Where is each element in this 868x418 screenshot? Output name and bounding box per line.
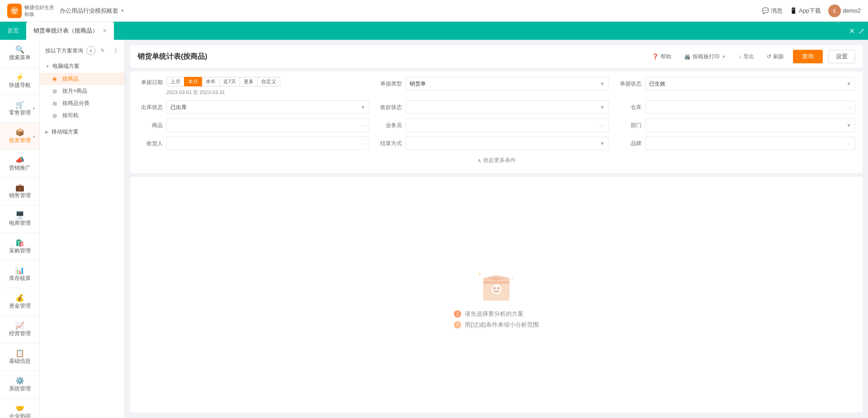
workspace-chevron-icon: ▼ xyxy=(120,8,125,13)
export-btn[interactable]: ↓ 导出 xyxy=(735,51,758,62)
date-tab-current-year[interactable]: 本年 xyxy=(202,77,220,86)
collapse-panel-btn[interactable]: 《 xyxy=(110,46,119,55)
tab-maximize-icon[interactable]: ⤢ xyxy=(859,27,864,35)
brand-cell: 品牌 ··· xyxy=(616,137,855,150)
content-area: 按以下方案查询 + ✎ 《 ▼ 电脑端方案 ◉ 按商品 ▦ xyxy=(40,40,868,418)
tab-close-icon[interactable]: ✕ xyxy=(103,28,107,34)
product-select[interactable]: ··· xyxy=(166,119,369,132)
salesperson-label: 业务员 xyxy=(377,122,402,129)
app-download-action[interactable]: 📱 App下载 xyxy=(790,7,821,15)
recipient-select[interactable]: ··· xyxy=(166,137,369,150)
tip-num-1: 1 xyxy=(454,310,461,318)
payment-chevron-icon: ▼ xyxy=(600,141,605,146)
warehouse-select[interactable]: ··· xyxy=(645,100,855,114)
doc-type-cell: 单据类型 销货单 ▼ xyxy=(377,77,616,90)
refresh-icon: ↺ xyxy=(767,53,771,60)
tip-num-2: 2 xyxy=(454,321,461,328)
brand-label: 品牌 xyxy=(616,140,642,147)
edit-scheme-btn[interactable]: ✎ xyxy=(98,46,107,55)
date-tab-current-month[interactable]: 本月 xyxy=(184,77,202,86)
sidebar-item-search[interactable]: 🔍 搜索菜单 xyxy=(0,40,39,67)
user-area[interactable]: E demo2 xyxy=(828,5,861,17)
download-icon: 📱 xyxy=(790,7,797,14)
print-btn[interactable]: 🖨️ 按模板打印 ▼ xyxy=(680,51,730,62)
tab-home[interactable]: 首页 xyxy=(0,22,26,40)
workspace-selector[interactable]: 办公用品行业模拟账套 ▼ xyxy=(60,7,125,15)
brand-select[interactable]: ··· xyxy=(645,137,855,150)
sidebar-item-sales[interactable]: 💼 销售管理 xyxy=(0,178,39,205)
logo-icon xyxy=(7,4,22,18)
doc-status-label: 单据状态 xyxy=(616,80,642,88)
receipt-status-select[interactable]: ▼ xyxy=(406,100,609,114)
svg-text:✦: ✦ xyxy=(508,271,510,275)
avatar: E xyxy=(828,5,841,17)
date-tab-last7days[interactable]: 近7天 xyxy=(219,77,240,86)
settings-button[interactable]: 设置 xyxy=(828,50,855,63)
tab-bar: 首页 销货单统计表（按商品） ✕ ✕ ⤢ xyxy=(0,22,868,40)
refresh-btn[interactable]: ↺ 刷新 xyxy=(763,51,788,62)
payment-select[interactable]: ▼ xyxy=(406,137,609,150)
filter-panel: 单据日期 上月 本月 本年 近7天 更多 自定义 2023-03-01 至 20… xyxy=(130,71,863,173)
doc-type-label: 单据类型 xyxy=(377,80,402,88)
sidebar-item-inventory[interactable]: 📊 库存核算 xyxy=(0,261,39,288)
page-actions: ❓ 帮助 🖨️ 按模板打印 ▼ ↓ 导出 ↺ 刷新 xyxy=(648,50,855,63)
sidebar-item-quicknav[interactable]: ⚡ 快捷导航 xyxy=(0,67,39,95)
date-filter-cell: 单据日期 上月 本月 本年 近7天 更多 自定义 2023-03-01 至 20… xyxy=(137,77,377,96)
logo-area: 畅捷信好生意 标版 xyxy=(7,4,54,18)
add-scheme-btn[interactable]: + xyxy=(86,46,95,55)
date-range: 2023-03-01 至 2023-03-31 xyxy=(166,89,369,96)
sidebar-item-cooperation[interactable]: 🤝 企业协同 xyxy=(0,399,39,418)
message-action[interactable]: 💬 消息 xyxy=(762,7,783,15)
top-nav-left: 畅捷信好生意 标版 办公用品行业模拟账套 ▼ xyxy=(7,4,125,18)
department-label: 部门 xyxy=(616,122,642,129)
left-panel-header: 按以下方案查询 + ✎ 《 xyxy=(40,43,124,58)
doc-status-select[interactable]: 已生效 ▼ xyxy=(645,77,855,90)
tree-child-by-month-product[interactable]: ▦ 按月+商品 xyxy=(40,85,124,97)
message-icon: 💬 xyxy=(762,7,769,14)
doc-type-select[interactable]: 销货单 ▼ xyxy=(406,77,609,90)
query-button[interactable]: 查询 xyxy=(793,50,823,63)
date-tab-custom[interactable]: 自定义 xyxy=(257,77,280,86)
sidebar-item-finance[interactable]: 💰 资金管理 xyxy=(0,288,39,316)
sidebar-item-marketing[interactable]: 📣 营销推广 xyxy=(0,150,39,178)
sidebar-item-ecommerce[interactable]: 🖥️ 电商管理 xyxy=(0,205,39,233)
date-tab-more[interactable]: 更多 xyxy=(240,77,258,86)
tree-node-desktop[interactable]: ▼ 电脑端方案 xyxy=(40,60,124,73)
salesperson-dots-icon: ··· xyxy=(599,122,605,129)
doc-status-cell: 单据状态 已生效 ▼ xyxy=(616,77,855,90)
collapse-row[interactable]: ∧ 收起更多条件 xyxy=(137,153,855,168)
department-select[interactable]: ▼ xyxy=(645,119,855,132)
print-chevron-icon: ▼ xyxy=(722,54,726,59)
tree-child-by-product[interactable]: ◉ 按商品 xyxy=(40,73,124,85)
warehouse-label: 仓库 xyxy=(616,104,642,111)
sidebar-item-system[interactable]: ⚙️ 系统管理 xyxy=(0,371,39,399)
tree-child-by-cashier[interactable]: ▦ 按司机 xyxy=(40,109,124,122)
sidebar-item-purchase[interactable]: 🛍️ 采购管理 xyxy=(0,233,39,261)
svg-point-6 xyxy=(498,287,499,289)
recipient-label: 收货人 xyxy=(137,140,163,147)
out-status-select[interactable]: 已出库 ▼ xyxy=(166,100,369,114)
tree-child-by-category[interactable]: ▦ 按商品分类 xyxy=(40,97,124,109)
sidebar-item-wholesale[interactable]: 📦 批发管理 xyxy=(0,123,39,150)
export-icon: ↓ xyxy=(739,53,741,60)
help-icon: ❓ xyxy=(652,53,659,60)
tab-close-all-icon[interactable]: ✕ xyxy=(849,27,855,35)
department-chevron-icon: ▼ xyxy=(846,123,851,128)
svg-point-4 xyxy=(491,284,501,294)
sidebar-item-operations[interactable]: 📈 经营管理 xyxy=(0,316,39,343)
tab-bar-end: ✕ ⤢ xyxy=(849,27,868,35)
empty-state: ✦ ✦ ✦ 1 请先选择要分析的方案 2 用[过滤]条件来缩小分析范围 xyxy=(130,177,863,413)
expand-icon: ▼ xyxy=(45,64,50,69)
date-tab-last-month[interactable]: 上月 xyxy=(166,77,184,86)
receipt-status-chevron-icon: ▼ xyxy=(600,104,605,110)
salesperson-select[interactable]: ··· xyxy=(406,119,609,132)
tab-report[interactable]: 销货单统计表（按商品） ✕ xyxy=(26,22,114,40)
expand-icon-mobile: ▶ xyxy=(45,129,49,134)
top-nav: 畅捷信好生意 标版 办公用品行业模拟账套 ▼ 💬 消息 📱 App下载 E de… xyxy=(0,0,868,22)
product-cell: 商品 ··· xyxy=(137,119,377,132)
svg-point-0 xyxy=(10,7,19,15)
tree-node-mobile[interactable]: ▶ 移动端方案 xyxy=(40,125,124,138)
sidebar-item-retail[interactable]: 🛒 零售管理 xyxy=(0,95,39,123)
help-btn[interactable]: ❓ 帮助 xyxy=(648,51,675,62)
sidebar-item-basic[interactable]: 📋 基础信息 xyxy=(0,343,39,371)
